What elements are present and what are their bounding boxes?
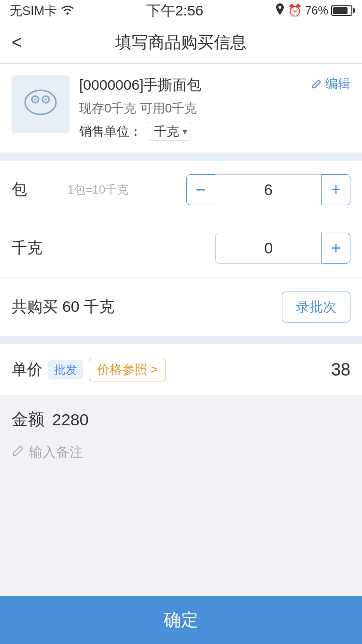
divider-1 <box>0 153 362 161</box>
product-stock: 现存0千克 可用0千克 <box>79 100 350 117</box>
edit-button[interactable]: 编辑 <box>311 75 350 92</box>
package-input-row: 包 1包=10千克 − + <box>0 161 362 219</box>
summary-row: 共购买 60 千克 录批次 <box>0 278 362 336</box>
product-section: [0000006]手撕面包 编辑 现存0千克 可用0千克 销售单位： 千克 包 <box>0 64 362 153</box>
unit-label: 销售单位： <box>79 123 142 140</box>
package-minus-button[interactable]: − <box>186 174 215 205</box>
amount-label: 金额 <box>12 408 44 431</box>
amount-value: 2280 <box>52 410 89 429</box>
batch-button[interactable]: 录批次 <box>282 292 350 322</box>
product-info: [0000006]手撕面包 编辑 现存0千克 可用0千克 销售单位： 千克 包 <box>79 75 350 141</box>
page-title: 填写商品购买信息 <box>115 31 247 54</box>
unit-select[interactable]: 千克 包 <box>148 122 191 141</box>
carrier-label: 无SIM卡 <box>10 2 57 19</box>
kg-label: 千克 <box>12 238 60 259</box>
svg-point-1 <box>25 90 56 114</box>
package-plus-button[interactable]: + <box>321 174 350 205</box>
price-left: 单价 批发 价格参照 > <box>12 358 166 381</box>
price-value: 38 <box>331 360 350 380</box>
kg-input[interactable] <box>215 233 321 264</box>
amount-section: 金额 2280 输入备注 <box>0 395 362 473</box>
remark-placeholder: 输入备注 <box>29 443 83 462</box>
location-icon <box>275 3 285 18</box>
kg-plus-button[interactable]: + <box>321 233 350 264</box>
status-bar: 无SIM卡 下午2:56 ⏰ 76% <box>0 0 362 21</box>
amount-row: 金额 2280 <box>12 408 350 438</box>
product-name: [0000006]手撕面包 <box>79 75 201 95</box>
confirm-button[interactable]: 确定 <box>0 596 362 644</box>
package-input[interactable] <box>215 174 321 205</box>
pencil-icon <box>12 445 24 461</box>
svg-point-5 <box>44 98 47 101</box>
package-hint: 1包=10千克 <box>68 182 128 197</box>
back-button[interactable]: < <box>12 32 22 53</box>
product-image <box>12 75 70 133</box>
alarm-icon: ⏰ <box>288 4 302 17</box>
price-label: 单价 <box>12 359 42 380</box>
battery-percent: 76% <box>305 4 328 17</box>
kg-controls: + <box>215 233 350 264</box>
nav-bar: < 填写商品购买信息 <box>0 21 362 64</box>
package-label: 包 <box>12 179 60 200</box>
kg-input-row: 千克 + <box>0 219 362 278</box>
status-left: 无SIM卡 <box>10 2 74 19</box>
wifi-icon <box>61 3 74 18</box>
battery-icon <box>331 5 352 16</box>
svg-point-0 <box>67 12 69 14</box>
price-ref-button[interactable]: 价格参照 > <box>89 358 166 381</box>
unit-select-wrap[interactable]: 千克 包 <box>148 122 191 141</box>
remark-row[interactable]: 输入备注 <box>12 438 350 473</box>
price-section: 单价 批发 价格参照 > 38 <box>0 344 362 395</box>
status-right: ⏰ 76% <box>275 3 352 18</box>
summary-text: 共购买 60 千克 <box>12 296 114 318</box>
product-unit-row: 销售单位： 千克 包 <box>79 122 350 141</box>
status-time: 下午2:56 <box>146 1 203 21</box>
svg-point-4 <box>34 98 37 101</box>
price-tag: 批发 <box>48 360 83 379</box>
product-logo-icon <box>24 88 57 121</box>
divider-2 <box>0 336 362 344</box>
package-controls: − + <box>186 174 350 205</box>
input-section: 包 1包=10千克 − + 千克 + 共购买 60 千克 录批次 <box>0 161 362 336</box>
